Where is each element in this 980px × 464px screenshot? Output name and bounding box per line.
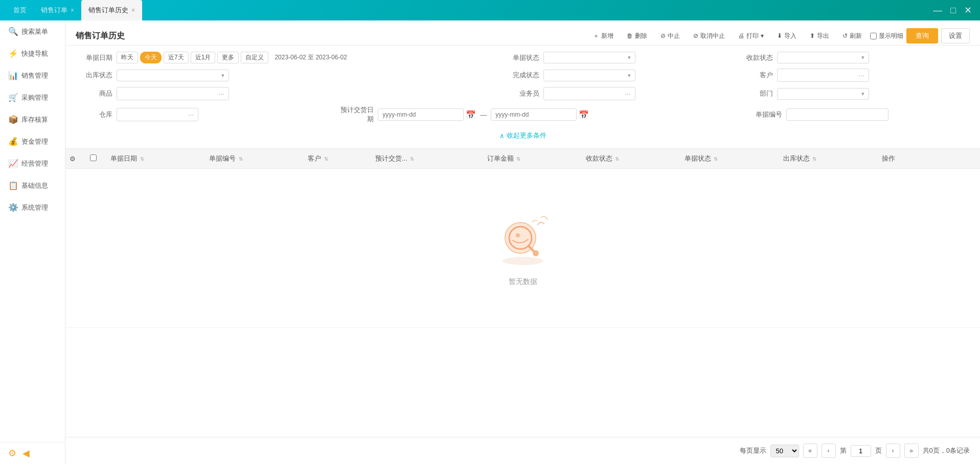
sidebar-item-basic-info[interactable]: 📋 基础信息 <box>0 174 65 196</box>
date-btn-more[interactable]: 更多 <box>217 52 239 63</box>
outbound-status-control: ▾ <box>117 70 503 81</box>
date-btn-custom[interactable]: 自定义 <box>241 52 268 63</box>
setting-button[interactable]: 设置 <box>941 28 970 43</box>
th-checkbox <box>86 149 106 169</box>
sidebar-settings-icon[interactable]: ⚙ <box>8 448 16 459</box>
sidebar-item-ops-mgmt[interactable]: 📈 经营管理 <box>0 152 65 174</box>
basic-info-icon: 📋 <box>8 181 17 190</box>
data-table: ⚙ 单据日期 ⇅ 单据编号 <box>65 149 980 328</box>
sort-receipt-button[interactable]: 收款状态 ⇅ <box>586 154 620 162</box>
salesman-label: 业务员 <box>503 89 543 98</box>
purchase-mgmt-icon: 🛒 <box>8 93 17 102</box>
next-page-button[interactable]: › <box>886 444 900 458</box>
sidebar-item-inventory-calc[interactable]: 📦 库存核算 <box>0 108 65 130</box>
order-no-label: 单据编号 <box>745 110 786 119</box>
order-status-select[interactable]: ▾ <box>543 52 635 63</box>
delivery-date-start[interactable] <box>378 108 464 121</box>
date-btn-today[interactable]: 今天 <box>140 52 162 63</box>
import-icon: ⬇ <box>777 32 782 39</box>
export-button[interactable]: ⬆ 导出 <box>805 29 834 43</box>
window-close-button[interactable]: ✕ <box>962 3 974 18</box>
main-layout: 🔍 搜索菜单 ⚡ 快捷导航 📊 销售管理 🛒 采购管理 📦 库存核算 💰 资金管… <box>0 20 980 464</box>
page-size-select[interactable]: 50 10 20 100 <box>770 445 799 457</box>
toolbar: ＋ 新增 🗑 删除 ⊘ 中止 ⊘ 取消中止 🖨 打印 <box>588 28 970 43</box>
select-all-checkbox[interactable] <box>90 154 97 161</box>
delete-button[interactable]: 🗑 删除 <box>622 29 652 43</box>
new-button[interactable]: ＋ 新增 <box>588 29 619 43</box>
filter-row-4: 仓库 ··· 预计交货日期 📅 — 📅 单据编号 <box>76 105 970 124</box>
delivery-date-end[interactable] <box>491 108 577 121</box>
order-no-input[interactable] <box>786 108 888 121</box>
order-no-control <box>786 108 970 121</box>
tab-home[interactable]: 首页 <box>6 0 34 20</box>
svg-point-4 <box>516 233 520 237</box>
dept-control: ▾ <box>777 88 970 100</box>
tab-sales-order-history-close[interactable]: × <box>131 7 135 14</box>
th-operation: 操作 <box>878 149 980 169</box>
tab-sales-order-close[interactable]: × <box>71 7 74 14</box>
warehouse-input[interactable]: ··· <box>117 108 198 121</box>
page-suffix: 页 <box>875 446 882 455</box>
stop-button[interactable]: ⊘ 中止 <box>655 29 685 43</box>
warehouse-control: ··· <box>117 108 337 121</box>
display-detail-label[interactable]: 显示明细 <box>870 32 903 40</box>
print-button[interactable]: 🖨 打印 ▾ <box>733 29 769 43</box>
sort-amount-icon: ⇅ <box>516 156 520 162</box>
customer-input[interactable]: ··· <box>777 69 869 82</box>
display-detail-checkbox[interactable] <box>870 33 877 39</box>
tab-sales-order[interactable]: 销售订单 × <box>34 0 81 20</box>
refresh-button[interactable]: ↺ 刷新 <box>837 29 867 43</box>
sidebar-item-sys-mgmt[interactable]: ⚙️ 系统管理 <box>0 196 65 218</box>
sidebar-collapse-icon[interactable]: ◀ <box>22 448 30 459</box>
calendar-end-icon[interactable]: 📅 <box>579 110 589 120</box>
sort-date-button[interactable]: 单据日期 ⇅ <box>110 154 144 162</box>
receipt-status-select[interactable]: ▾ <box>777 52 869 63</box>
outbound-status-select[interactable]: ▾ <box>117 70 229 81</box>
product-label: 商品 <box>76 89 117 98</box>
sort-customer-button[interactable]: 客户 ⇅ <box>308 154 328 162</box>
sort-no-button[interactable]: 单据编号 ⇅ <box>209 154 243 162</box>
sort-outbound-button[interactable]: 出库状态 ⇅ <box>783 154 817 162</box>
th-receipt-status: 收款状态 ⇅ <box>582 149 680 169</box>
window-minimize-button[interactable]: — <box>931 3 944 18</box>
salesman-dots-icon: ··· <box>625 90 631 98</box>
sidebar-item-sales-mgmt[interactable]: 📊 销售管理 <box>0 64 65 86</box>
last-page-button[interactable]: » <box>904 444 919 458</box>
complete-status-select[interactable]: ▾ <box>543 70 635 81</box>
sidebar-bottom: ⚙ ◀ <box>0 442 65 464</box>
quick-nav-icon: ⚡ <box>8 49 17 58</box>
query-button[interactable]: 查询 <box>906 28 938 43</box>
sort-delivery-button[interactable]: 预计交货... ⇅ <box>375 154 414 162</box>
window-maximize-button[interactable]: □ <box>948 3 958 18</box>
collapse-button[interactable]: ∧ 收起更多条件 <box>76 129 970 142</box>
date-btn-7days[interactable]: 近7天 <box>164 52 189 63</box>
sort-order-status-button[interactable]: 单据状态 ⇅ <box>685 154 718 162</box>
import-button[interactable]: ⬇ 导入 <box>772 29 802 43</box>
cancel-stop-button[interactable]: ⊘ 取消中止 <box>688 29 730 43</box>
th-setting: ⚙ <box>65 149 86 169</box>
warehouse-label: 仓库 <box>76 110 117 119</box>
prev-page-button[interactable]: ‹ <box>822 444 836 458</box>
product-input[interactable]: ··· <box>117 87 229 100</box>
customer-dots-icon: ··· <box>858 71 864 79</box>
sidebar-item-quick-nav[interactable]: ⚡ 快捷导航 <box>0 42 65 64</box>
settings-icon[interactable]: ⚙ <box>70 155 76 163</box>
dept-select[interactable]: ▾ <box>777 88 869 100</box>
sidebar-item-fund-mgmt[interactable]: 💰 资金管理 <box>0 130 65 152</box>
sort-amount-button[interactable]: 订单金额 ⇅ <box>487 154 521 162</box>
salesman-control: ··· <box>543 87 736 100</box>
date-btn-1month[interactable]: 近1月 <box>191 52 216 63</box>
print-icon: 🖨 <box>738 32 744 39</box>
sidebar-item-purchase-mgmt[interactable]: 🛒 采购管理 <box>0 86 65 108</box>
calendar-start-icon[interactable]: 📅 <box>466 110 476 120</box>
sidebar-item-search-menu[interactable]: 🔍 搜索菜单 <box>0 20 65 42</box>
date-btn-yesterday[interactable]: 昨天 <box>117 52 138 63</box>
sort-delivery-icon: ⇅ <box>410 156 414 162</box>
first-page-button[interactable]: « <box>803 444 817 458</box>
outbound-status-label: 出库状态 <box>76 71 117 80</box>
tab-sales-order-history[interactable]: 销售订单历史 × <box>81 0 142 20</box>
order-status-arrow-icon: ▾ <box>628 54 631 61</box>
salesman-input[interactable]: ··· <box>543 87 635 100</box>
delivery-date-control: 📅 — 📅 <box>378 108 745 121</box>
page-number-input[interactable] <box>851 445 871 457</box>
